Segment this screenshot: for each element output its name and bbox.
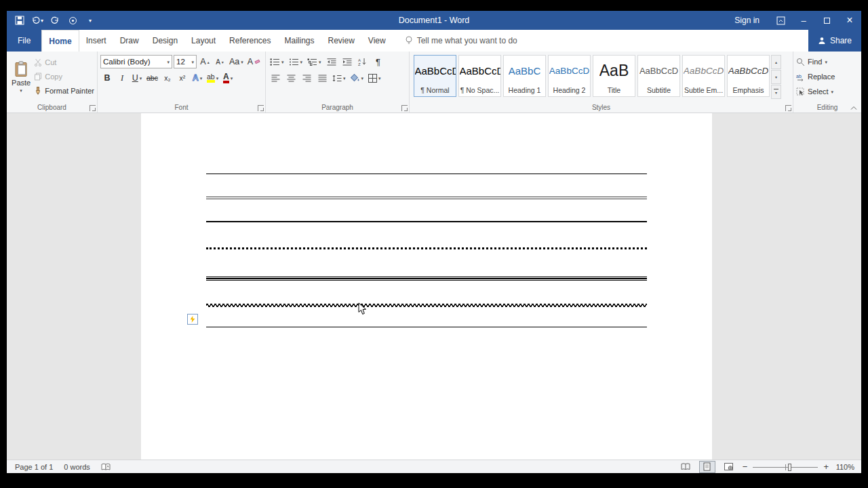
style-subtle-emphasis[interactable]: AaBbCcD Subtle Em...	[682, 55, 725, 97]
shrink-font-button[interactable]: A▾	[213, 54, 226, 69]
tab-home[interactable]: Home	[41, 30, 79, 52]
font-dialog-launcher[interactable]	[258, 105, 264, 111]
find-caret[interactable]: ▾	[825, 60, 827, 64]
font-color-button[interactable]: A ▾	[221, 70, 235, 85]
horizontal-line-3[interactable]	[206, 221, 647, 222]
underline-button[interactable]: U ▾	[130, 70, 144, 85]
grow-font-button[interactable]: A▴	[198, 54, 212, 69]
font-family-combobox[interactable]: Calibri (Body) ▾	[100, 55, 172, 68]
style-normal[interactable]: AaBbCcD ¶ Normal	[414, 55, 456, 97]
tab-file[interactable]: File	[7, 30, 41, 52]
justify-button[interactable]	[315, 70, 329, 85]
close-button[interactable]: ×	[838, 11, 861, 30]
style-emphasis[interactable]: AaBbCcD Emphasis	[727, 55, 770, 97]
bold-button[interactable]: B	[100, 70, 114, 85]
share-button[interactable]: Share	[808, 30, 861, 52]
font-color-caret[interactable]: ▾	[231, 76, 233, 81]
shading-caret[interactable]: ▾	[361, 76, 364, 81]
replace-button[interactable]: ab Replace	[796, 70, 859, 83]
highlight-caret[interactable]: ▾	[216, 76, 219, 81]
horizontal-line-4[interactable]	[206, 247, 647, 249]
styles-scroll-down-button[interactable]: ▾	[771, 70, 781, 84]
zoom-out-button[interactable]: −	[743, 462, 748, 472]
change-case-button[interactable]: Aa ▾	[228, 54, 245, 69]
find-button[interactable]: Find ▾	[796, 56, 859, 68]
numbering-button[interactable]: ▾	[288, 54, 304, 69]
change-case-caret[interactable]: ▾	[241, 60, 243, 64]
styles-scroll-up-button[interactable]: ▴	[771, 55, 781, 69]
style-title[interactable]: AaB Title	[593, 55, 635, 97]
bullets-caret[interactable]: ▾	[281, 60, 284, 64]
horizontal-line-7[interactable]	[206, 327, 647, 327]
borders-button[interactable]: ▾	[367, 70, 382, 85]
undo-dropdown-caret[interactable]: ▾	[41, 18, 43, 24]
align-left-button[interactable]	[269, 70, 282, 85]
numbering-caret[interactable]: ▾	[300, 60, 303, 64]
line-spacing-button[interactable]: ▾	[331, 70, 347, 85]
page-number-status[interactable]: Page 1 of 1	[15, 463, 53, 471]
proofing-status-icon[interactable]	[101, 463, 111, 471]
styles-dialog-launcher[interactable]	[785, 105, 791, 111]
save-button[interactable]	[12, 13, 27, 28]
zoom-in-button[interactable]: +	[823, 462, 829, 472]
style-no-spacing[interactable]: AaBbCcD ¶ No Spac...	[458, 55, 501, 97]
align-right-button[interactable]	[300, 70, 313, 85]
style-heading-1[interactable]: AaBbC Heading 1	[503, 55, 546, 97]
underline-caret[interactable]: ▾	[140, 76, 142, 81]
document-area[interactable]	[7, 113, 861, 460]
strikethrough-button[interactable]: abc	[145, 70, 159, 85]
restore-button[interactable]	[815, 11, 838, 30]
tab-design[interactable]: Design	[146, 30, 184, 52]
paragraph-dialog-launcher[interactable]	[401, 105, 408, 111]
decrease-indent-button[interactable]	[325, 54, 338, 69]
sign-in-button[interactable]: Sign in	[725, 11, 769, 30]
subscript-button[interactable]: x₂	[161, 70, 174, 85]
customize-qat-button[interactable]: ▾	[83, 13, 98, 28]
format-painter-button[interactable]: Format Painter	[34, 85, 94, 97]
superscript-button[interactable]: x²	[176, 70, 189, 85]
zoom-slider-thumb[interactable]	[788, 464, 791, 471]
zoom-percentage[interactable]: 110%	[834, 463, 854, 471]
bullets-button[interactable]: ▾	[269, 54, 285, 69]
show-hide-formatting-button[interactable]: ¶	[372, 54, 385, 69]
horizontal-line-1[interactable]	[206, 174, 647, 174]
borders-caret[interactable]: ▾	[378, 76, 381, 81]
multilevel-list-button[interactable]: ▾	[306, 54, 323, 69]
text-effects-button[interactable]: A ▾	[191, 70, 204, 85]
web-layout-button[interactable]	[721, 461, 737, 473]
word-count-status[interactable]: 0 words	[64, 463, 90, 471]
horizontal-line-5[interactable]	[206, 277, 647, 281]
font-size-caret[interactable]: ▾	[191, 60, 194, 64]
tab-view[interactable]: View	[361, 30, 393, 52]
undo-button[interactable]: ▾	[30, 13, 45, 28]
tab-references[interactable]: References	[222, 30, 277, 52]
horizontal-line-6[interactable]	[206, 304, 647, 307]
print-layout-button[interactable]	[699, 461, 715, 473]
zoom-slider[interactable]	[753, 463, 818, 471]
select-button[interactable]: Select ▾	[796, 85, 859, 98]
select-caret[interactable]: ▾	[831, 89, 834, 94]
collapse-ribbon-button[interactable]	[850, 106, 857, 110]
horizontal-line-2[interactable]	[206, 197, 647, 199]
style-heading-2[interactable]: AaBbCcD Heading 2	[548, 55, 591, 97]
tab-layout[interactable]: Layout	[184, 30, 222, 52]
font-size-combobox[interactable]: 12 ▾	[174, 55, 197, 68]
increase-indent-button[interactable]	[340, 54, 354, 69]
tab-draw[interactable]: Draw	[113, 30, 146, 52]
italic-button[interactable]: I	[115, 70, 129, 85]
clear-formatting-button[interactable]: A	[246, 54, 261, 69]
tab-mailings[interactable]: Mailings	[277, 30, 321, 52]
tab-insert[interactable]: Insert	[79, 30, 113, 52]
text-effects-caret[interactable]: ▾	[200, 76, 203, 81]
style-subtitle[interactable]: AaBbCcD Subtitle	[637, 55, 680, 97]
sort-button[interactable]: AZ	[356, 54, 370, 69]
styles-gallery-more-button[interactable]: ▾	[771, 85, 781, 99]
minimize-button[interactable]: –	[792, 11, 815, 30]
document-page[interactable]	[141, 113, 712, 460]
autocorrect-options-button[interactable]	[187, 314, 198, 325]
tell-me-box[interactable]: Tell me what you want to do	[405, 30, 517, 52]
ribbon-display-options-button[interactable]	[769, 11, 792, 30]
highlight-button[interactable]: ab ▾	[205, 70, 220, 85]
tab-review[interactable]: Review	[321, 30, 361, 52]
clipboard-dialog-launcher[interactable]	[90, 105, 96, 111]
